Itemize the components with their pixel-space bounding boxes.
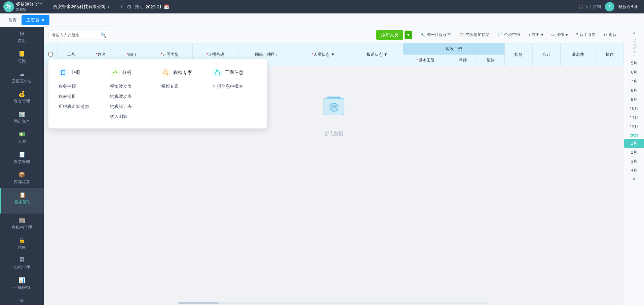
scroll-track	[178, 302, 489, 304]
dropdown-item-tax-statistics[interactable]: 纳税统计表	[110, 102, 155, 112]
calendar-month-7-2022[interactable]: 7月	[624, 77, 644, 86]
period-calendar-icon[interactable]: 📅	[164, 4, 169, 9]
calendar-month-11-2022[interactable]: 11月	[624, 113, 644, 122]
calendar-month-2-2023[interactable]: 2月	[624, 148, 644, 157]
export-dropdown-icon: ▾	[541, 33, 543, 37]
table-container: 工号 *姓名 *部门 *证照类型 *证照号码 国籍（地区	[44, 43, 624, 301]
svg-point-3	[332, 106, 333, 107]
tab-payroll-close[interactable]: ✕	[41, 18, 45, 23]
calendar-month-4-2023[interactable]: 4月	[624, 166, 644, 175]
service-button[interactable]: 🎧 人工咨询	[578, 4, 601, 10]
calendar-month-3-2023[interactable]: 3月	[624, 157, 644, 166]
multi-org-icon: 🏬	[18, 217, 25, 223]
col-pension: 养老费	[560, 43, 596, 66]
dropdown-section-declaration: 申报 税务申报 税表清册 所得税汇算清缴	[55, 66, 107, 122]
sidebar-item-settings[interactable]: ⚙ 基础设置	[0, 294, 44, 305]
sidebar-arrow-tax: ‹	[22, 206, 23, 210]
sidebar-item-ledger[interactable]: 📒 总账	[0, 47, 44, 67]
search-box: 🔍	[48, 31, 109, 39]
period-area: 账期 2023-01 📅	[135, 4, 169, 10]
sidebar-item-cloud-report[interactable]: ☁ 云报表中心	[0, 67, 44, 87]
add-company-button[interactable]: ＋	[119, 3, 124, 10]
dropdown-item-annual-report[interactable]: 年报信息申报表	[213, 81, 257, 91]
col-report-status: 报送状态 ▼	[351, 43, 403, 66]
sidebar-item-archive[interactable]: 🗄 归档管理	[0, 254, 44, 274]
dropdown-section-analysis: 分析 税负波动表 纳税波动表 纳税统计表 收入测算	[107, 66, 158, 122]
refresh-icon: ↻	[604, 33, 607, 37]
select-all-checkbox[interactable]	[48, 52, 53, 56]
right-calendar-panel: ▲ 2023.01 5月 6月 7月 8月 9月 10月 11月 12月 202…	[624, 27, 644, 305]
period-label: 账期	[135, 4, 144, 10]
operations-button[interactable]: ⚙ 操作 ▾	[548, 31, 570, 39]
dropdown-menu: 申报 税务申报 税表清册 所得税汇算清缴 分析	[48, 59, 267, 128]
horizontal-scrollbar[interactable]	[44, 301, 624, 305]
svg-rect-6	[215, 72, 219, 75]
tax-declaration-button[interactable]: 📄 个税申报	[495, 31, 523, 39]
app-version: 旗舰版	[16, 7, 42, 12]
sidebar-label-home: 首页	[18, 38, 26, 44]
dropdown-item-tax-fluctuation[interactable]: 纳税波动表	[110, 91, 155, 102]
sidebar-item-multi-org[interactable]: 🏬 多机构管理	[0, 214, 44, 234]
sidebar-item-tax[interactable]: 📋 税务管理 ‹	[0, 188, 44, 214]
search-input[interactable]	[51, 33, 99, 37]
section-business-info-header: 工商信息	[213, 66, 257, 81]
sidebar-label-inventory: 库存核算	[14, 179, 30, 185]
sidebar-item-payroll[interactable]: 💵 工资	[0, 128, 44, 148]
calendar-month-9-2022[interactable]: 9月	[624, 95, 644, 104]
content-panel: 🔍 添加人员 ▾ 🔧 统一社保设置 📋 专项附加扣除 📄 个税申报	[44, 27, 624, 305]
tab-payroll[interactable]: 工资表 ✕	[22, 15, 49, 25]
sidebar-item-home[interactable]: ⊞ 首页	[0, 27, 44, 47]
social-insurance-button[interactable]: 🔧 统一社保设置	[418, 31, 454, 39]
business-info-icon	[213, 68, 222, 77]
refresh-button[interactable]: ↻ 刷新	[601, 31, 619, 39]
section-analysis-header: 分析	[110, 66, 155, 81]
calendar-month-6-2022[interactable]: 6月	[624, 68, 644, 77]
operations-icon: ⚙	[551, 33, 555, 37]
calendar-up-button[interactable]: ▲	[632, 29, 637, 37]
sidebar-item-assets[interactable]: 🏢 固定资产	[0, 108, 44, 128]
logo-icon: 好	[3, 1, 14, 12]
scroll-thumb[interactable]	[178, 302, 219, 304]
calendar-month-8-2022[interactable]: 8月	[624, 86, 644, 95]
user-name[interactable]: 畅捷通B组...	[618, 4, 641, 10]
sidebar-label-cloud: 云报表中心	[12, 78, 32, 84]
calendar-month-12-2022[interactable]: 12月	[624, 122, 644, 131]
col-status: *人员状态 ▼	[296, 43, 351, 66]
calendar-month-1-2023[interactable]: 1月	[624, 139, 644, 148]
sidebar-item-invoice[interactable]: 🧾 发票管理	[0, 148, 44, 168]
sidebar-item-xiao-report[interactable]: 📊 小畅报销	[0, 274, 44, 294]
calendar-month-10-2022[interactable]: 10月	[624, 104, 644, 113]
sidebar-item-inventory[interactable]: 📦 库存核算	[0, 168, 44, 188]
dropdown-item-tax-burden[interactable]: 税负波动表	[110, 81, 155, 91]
export-icon: ↑	[528, 33, 530, 37]
guide-button[interactable]: ? 新手引导	[573, 31, 598, 39]
sidebar-label-close: 结账	[18, 245, 26, 251]
dropdown-item-tax-register[interactable]: 税表清册	[59, 91, 103, 102]
calendar-down-button[interactable]: ▼	[632, 175, 637, 183]
settings-icon[interactable]: ⚙	[127, 4, 131, 10]
add-person-button[interactable]: 添加人员	[376, 30, 403, 40]
add-person-dropdown-button[interactable]: ▾	[405, 31, 412, 39]
col-salary-group: 应发工资	[403, 43, 505, 55]
export-button[interactable]: ↑ 导出 ▾	[526, 31, 546, 39]
analysis-icon	[110, 68, 119, 77]
section-declaration-header: 申报	[59, 66, 103, 81]
dropdown-item-income-tax-clearance[interactable]: 所得税汇算清缴	[59, 102, 103, 112]
dropdown-item-tax-expert[interactable]: 税检专家	[161, 81, 206, 91]
user-avatar: 人	[605, 2, 614, 11]
company-selector[interactable]: 西安虾米网络科技有限公司 ▾	[50, 2, 112, 11]
special-deduction-button[interactable]: 📋 专项附加扣除	[456, 31, 492, 39]
dropdown-item-tax-declaration[interactable]: 税务申报	[59, 81, 103, 91]
add-person-label: 添加人员	[381, 32, 399, 38]
dropdown-item-income-estimate[interactable]: 收入测算	[110, 112, 155, 122]
tax-icon: 📋	[19, 192, 26, 198]
tab-home[interactable]: 首页	[3, 15, 22, 25]
search-icon: 🔍	[101, 32, 106, 38]
sidebar-item-close[interactable]: 🔒 结账	[0, 234, 44, 254]
sidebar-item-fund[interactable]: 💰 资金管理	[0, 87, 44, 108]
payroll-icon: 💵	[18, 131, 25, 138]
tab-payroll-label: 工资表	[26, 17, 39, 23]
svg-rect-1	[327, 97, 341, 99]
xiao-report-icon: 📊	[18, 277, 25, 283]
calendar-month-5-2022[interactable]: 5月	[624, 59, 644, 68]
